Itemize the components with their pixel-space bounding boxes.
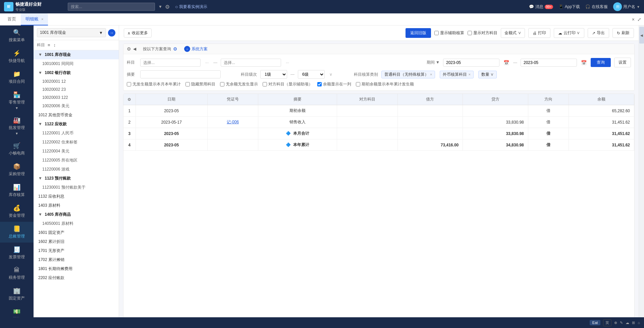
status-icon-2[interactable]: ✎ (620, 321, 623, 325)
col-settings[interactable]: ⚙ (123, 94, 136, 105)
level-end-select[interactable]: 6级5级4级 (298, 70, 325, 79)
tree-item-14050001[interactable]: 14050001 原材料 (34, 219, 119, 228)
sidebar-item-quicknav[interactable]: ⚡ 快捷导航 (0, 46, 34, 67)
tab-expand-icon[interactable]: ⤢ (637, 17, 641, 22)
settings-icon[interactable]: ⚙ (165, 4, 170, 10)
return-old-version-button[interactable]: 返回旧版 (406, 28, 431, 38)
status-icon-4[interactable]: ⊞ (632, 321, 635, 325)
sidebar-item-ecommerce[interactable]: 🛒 小畅电商 (0, 139, 34, 159)
settings-text-button[interactable]: 设置 (614, 58, 631, 67)
expand-more-button[interactable]: ∧ 收起更多 (124, 28, 152, 38)
refresh-button[interactable]: ↻ 刷新 (612, 28, 634, 38)
tree-item-1403[interactable]: 1403 原材料 (34, 201, 119, 210)
tree-nav-button[interactable]: → (108, 29, 115, 37)
no-balance-check[interactable] (220, 82, 224, 86)
sidebar-item-invoice[interactable]: 🧾 发票管理 (0, 243, 34, 263)
tree-item-10020006[interactable]: 10020006 美元 (34, 102, 119, 111)
search-area[interactable] (68, 3, 155, 11)
amount-style-button[interactable]: 金额式 ∨ (501, 28, 525, 38)
tree-sort-icon[interactable]: ↕ (54, 43, 56, 48)
sidebar-item-finance[interactable]: 💰 资金管理 (0, 201, 34, 222)
sidebar-item-ledger[interactable]: 📒 总账管理 (0, 222, 34, 243)
tree-item-11220004[interactable]: 11220004 美元 (34, 147, 119, 156)
sidebar-item-inventory[interactable]: 📊 库存核算 (0, 180, 34, 201)
tree-item-11220001[interactable]: 11220001 人民币 (34, 129, 119, 138)
tree-item-1012[interactable]: 1012 其他货币资金 (34, 111, 119, 120)
summary-input[interactable] (140, 70, 221, 78)
tree-item-10020001[interactable]: 10020001 12 (34, 77, 119, 85)
app-download-button[interactable]: 📱 App下载 (558, 4, 580, 10)
period-end-calendar-icon[interactable]: 📅 (581, 60, 587, 65)
tag-2-remove[interactable]: × (468, 72, 470, 76)
checkbox-opening[interactable]: 期初余额显示本年累计发生额 (356, 81, 414, 87)
eat-button[interactable]: Eat (590, 320, 601, 325)
period-end-input[interactable] (521, 59, 577, 67)
demo-button[interactable]: ○ 我要看实例演示 (175, 4, 207, 10)
hide-disabled-check[interactable] (185, 82, 190, 86)
balance-col-check[interactable] (317, 82, 322, 86)
right-panel-toggle[interactable]: ◀ (639, 27, 644, 44)
no-occurrence-check[interactable] (127, 82, 131, 86)
status-icon-3[interactable]: ☁ (626, 321, 629, 325)
user-area[interactable]: 用 用户名 ▼ (613, 2, 640, 11)
tab-close-all-icon[interactable]: × (632, 17, 635, 22)
tree-item-10010001[interactable]: 10010001 同同同 (34, 59, 119, 68)
sidebar-item-project[interactable]: 📁 项目合同 (0, 67, 34, 88)
tree-item-1001[interactable]: ▼ 1001 库存现金 (34, 50, 119, 59)
tree-item-1701[interactable]: 1701 无形资产 (34, 246, 119, 255)
period-start-input[interactable] (443, 59, 499, 67)
print-button[interactable]: 🖨 打印 (528, 28, 550, 38)
checkbox-balance-col[interactable]: 余额显示在一列 (317, 81, 351, 87)
tree-item-11220006[interactable]: 11220006 游戏 (34, 165, 119, 174)
period-calendar-icon[interactable]: 📅 (503, 60, 509, 65)
system-scheme-label[interactable]: 系统方案 (192, 46, 208, 52)
level-start-select[interactable]: 1级2级3级 (260, 70, 287, 79)
tree-item-1122[interactable]: ▼ 1122 应收款 (34, 120, 119, 129)
show-opposite-subject-checkbox[interactable]: 显示对方科目 (468, 30, 497, 36)
subject-end-input[interactable] (221, 59, 281, 67)
tab-close-icon[interactable]: × (41, 17, 43, 21)
sidebar-item-tax[interactable]: 🏛 税务管理 (0, 263, 34, 284)
checkbox-no-balance[interactable]: 无余额无发生显示 (220, 81, 258, 87)
sidebar-item-wholesale[interactable]: 🏭 批发管理 ▼ (0, 113, 34, 139)
tree-item-1002[interactable]: ▼ 1002 银行存款 (34, 68, 119, 77)
tab-home[interactable]: 首页 (3, 13, 21, 25)
voucher-link-2[interactable]: 记-006 (227, 120, 239, 124)
sidebar-item-search[interactable]: 🔍 搜索菜单 (0, 25, 34, 46)
dropdown-arrow[interactable]: ▼ (158, 4, 162, 9)
tree-item-1405[interactable]: ▼ 1405 库存商品 (34, 210, 119, 219)
query-button[interactable]: 查询 (591, 58, 611, 67)
sidebar-item-purchase[interactable]: 📦 采购管理 (0, 159, 34, 180)
tree-item-10020002[interactable]: 10020002 23 (34, 85, 119, 93)
tab-detail[interactable]: 明细账 × (21, 13, 48, 25)
tree-item-1702[interactable]: 1702 累计摊销 (34, 255, 119, 264)
tree-item-1132[interactable]: 1132 应收利息 (34, 192, 119, 201)
status-icon-1[interactable]: ⊕ (614, 321, 617, 325)
search-input[interactable] (68, 3, 155, 11)
tree-item-11220002[interactable]: 11220002 住来标签 (34, 138, 119, 147)
tree-item-10020003[interactable]: 10020003 122 (34, 93, 119, 102)
subject-start-input[interactable] (140, 59, 201, 67)
aux-calc-check[interactable] (434, 31, 439, 35)
checkbox-no-occurrence[interactable]: 无发生额显示本月本年累计 (127, 81, 181, 87)
message-button[interactable]: 💬 消息 99+ (529, 4, 553, 10)
cloud-print-button[interactable]: ☁ 云打印 ∨ (554, 28, 584, 38)
checkbox-hide-disabled[interactable]: 隐藏禁用科目 (185, 81, 215, 87)
show-aux-calc-checkbox[interactable]: 显示辅助核算 (434, 30, 464, 36)
export-button[interactable]: ↗ 导出 (588, 28, 609, 38)
opening-check[interactable] (356, 82, 360, 86)
tree-item-11220005[interactable]: 11220005 所在地区 (34, 156, 119, 165)
tree-item-2202[interactable]: 2202 应付账款 (34, 273, 119, 282)
checkbox-opposite[interactable]: 对方科目（显示辅助项） (263, 81, 313, 87)
sidebar-item-retail[interactable]: 🏪 零售管理 ▼ (0, 88, 34, 113)
tree-item-11230001[interactable]: 11230001 预付账款美于 (34, 183, 119, 192)
opposite-check[interactable] (263, 82, 267, 86)
sidebar-item-assets[interactable]: 🏢 固定资产 (0, 284, 34, 305)
lang-button[interactable]: 英 (603, 319, 611, 326)
status-icon-5[interactable]: ⌂ (638, 321, 640, 325)
tree-item-1123[interactable]: ▼ 1123 预付账款 (34, 174, 119, 183)
online-service-button[interactable]: 🎧 在线客服 (585, 4, 608, 10)
tree-item-1801[interactable]: 1801 长期待摊费用 (34, 264, 119, 273)
tree-item-1602[interactable]: 1602 累计折旧 (34, 237, 119, 246)
tag-1-remove[interactable]: × (430, 72, 432, 76)
